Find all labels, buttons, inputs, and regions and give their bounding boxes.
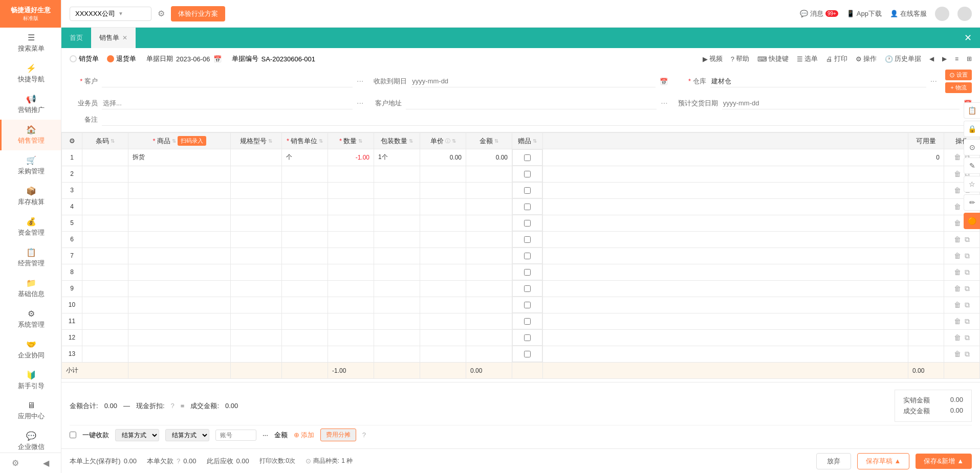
sidebar-item-quicknav[interactable]: ⚡ 快捷导航 bbox=[0, 58, 61, 89]
row-barcode[interactable] bbox=[82, 329, 128, 346]
row-remark[interactable] bbox=[543, 198, 908, 215]
sidebar-item-purchase[interactable]: 🛒 采购管理 bbox=[0, 150, 61, 181]
row-spec[interactable] bbox=[231, 346, 282, 363]
row-barcode[interactable] bbox=[82, 297, 128, 313]
row-unit[interactable] bbox=[282, 313, 328, 329]
sidebar-item-appcenter[interactable]: 🖥 应用中心 bbox=[0, 396, 61, 426]
row-unit[interactable] bbox=[282, 280, 328, 297]
row-quantity[interactable] bbox=[328, 329, 374, 346]
row-product[interactable] bbox=[128, 215, 231, 231]
row-amount[interactable] bbox=[466, 346, 512, 363]
row-barcode[interactable] bbox=[82, 264, 128, 280]
user-avatar2[interactable] bbox=[957, 7, 972, 21]
close-window-btn[interactable]: ✕ bbox=[964, 32, 972, 43]
row-spec[interactable] bbox=[231, 264, 282, 280]
expense-help-icon[interactable]: ? bbox=[362, 431, 366, 439]
row-unit[interactable] bbox=[282, 215, 328, 231]
calc-method-select[interactable]: 结算方式 bbox=[165, 429, 209, 441]
row-pkg-qty[interactable] bbox=[374, 297, 420, 313]
row-unit[interactable] bbox=[282, 297, 328, 313]
product-kind-help[interactable]: ⊙ bbox=[306, 457, 311, 465]
cash-discount-help[interactable]: ? bbox=[171, 402, 175, 410]
float-btn-3[interactable]: ⊙ bbox=[964, 139, 980, 155]
row-product[interactable]: 拆货 bbox=[128, 149, 231, 166]
delete-icon[interactable]: 🗑 bbox=[954, 268, 961, 276]
sidebar-item-marketing[interactable]: 📢 营销推广 bbox=[0, 89, 61, 120]
select-btn[interactable]: ☰ 选单 bbox=[797, 54, 818, 63]
sidebar-item-search[interactable]: ☰ 搜索菜单 bbox=[0, 28, 61, 58]
row-quantity[interactable] bbox=[328, 346, 374, 363]
delete-icon[interactable]: 🗑 bbox=[954, 317, 961, 325]
row-spec[interactable] bbox=[231, 247, 282, 264]
row-quantity[interactable] bbox=[328, 280, 374, 297]
row-remark[interactable] bbox=[543, 264, 908, 280]
row-quantity[interactable] bbox=[328, 247, 374, 264]
copy-icon[interactable]: ⧉ bbox=[965, 284, 970, 292]
sidebar-item-sales[interactable]: 🏠 销售管理 bbox=[0, 120, 61, 150]
row-unit[interactable] bbox=[282, 182, 328, 198]
settings-btn[interactable]: ⊙ ⊙ 设置设置 bbox=[945, 70, 972, 80]
row-spec[interactable] bbox=[231, 198, 282, 215]
row-product[interactable] bbox=[128, 297, 231, 313]
sidebar-item-guide[interactable]: 🔰 新手引导 bbox=[0, 365, 61, 396]
row-gift[interactable] bbox=[512, 297, 542, 313]
row-unit[interactable] bbox=[282, 198, 328, 215]
row-amount[interactable] bbox=[466, 166, 512, 182]
row-pkg-qty[interactable] bbox=[374, 313, 420, 329]
account-input[interactable] bbox=[215, 430, 256, 441]
row-spec[interactable] bbox=[231, 182, 282, 198]
row-unit[interactable] bbox=[282, 329, 328, 346]
row-barcode[interactable] bbox=[82, 247, 128, 264]
row-pkg-qty[interactable] bbox=[374, 231, 420, 247]
row-quantity[interactable]: -1.00 bbox=[328, 149, 374, 166]
row-product[interactable] bbox=[128, 346, 231, 363]
row-unit-price[interactable] bbox=[420, 215, 466, 231]
row-gift[interactable] bbox=[512, 264, 542, 280]
row-amount[interactable] bbox=[466, 264, 512, 280]
row-gift[interactable] bbox=[512, 247, 542, 264]
sidebar-item-enterprise[interactable]: 🤝 企业协同 bbox=[0, 334, 61, 365]
row-quantity[interactable] bbox=[328, 313, 374, 329]
row-gift[interactable] bbox=[512, 198, 542, 215]
row-gift[interactable] bbox=[512, 231, 542, 247]
row-spec[interactable] bbox=[231, 280, 282, 297]
app-download-btn[interactable]: 📱 App下载 bbox=[846, 9, 882, 18]
row-gift[interactable] bbox=[512, 280, 542, 297]
row-quantity[interactable] bbox=[328, 198, 374, 215]
grid-view-btn[interactable]: ⊞ bbox=[967, 55, 972, 62]
float-btn-4[interactable]: ✎ bbox=[964, 157, 980, 174]
row-unit-price[interactable] bbox=[420, 231, 466, 247]
row-gift[interactable] bbox=[512, 313, 542, 329]
print-btn[interactable]: 🖨 打印 bbox=[826, 54, 847, 63]
row-product[interactable] bbox=[128, 198, 231, 215]
add-btn[interactable]: ⊕ 添加 bbox=[294, 431, 314, 440]
sidebar-item-inventory[interactable]: 📦 库存核算 bbox=[0, 181, 61, 212]
row-remark[interactable] bbox=[543, 280, 908, 297]
row-unit-price[interactable] bbox=[420, 166, 466, 182]
copy-icon[interactable]: ⧉ bbox=[965, 350, 970, 358]
row-gift[interactable] bbox=[512, 346, 542, 362]
history-btn[interactable]: 🕐 历史单据 bbox=[885, 54, 921, 63]
row-unit-price[interactable] bbox=[420, 297, 466, 313]
row-unit-price[interactable] bbox=[420, 280, 466, 297]
sidebar-item-wechat[interactable]: 💬 企业微信 bbox=[0, 426, 61, 453]
copy-icon[interactable]: ⧉ bbox=[965, 301, 970, 309]
online-service-btn[interactable]: 👤 在线客服 bbox=[890, 9, 927, 18]
row-unit[interactable] bbox=[282, 231, 328, 247]
row-remark[interactable] bbox=[543, 166, 908, 182]
row-barcode[interactable] bbox=[82, 313, 128, 329]
row-remark[interactable] bbox=[543, 297, 908, 313]
row-pkg-qty[interactable] bbox=[374, 264, 420, 280]
settle-method-select[interactable]: 结算方式 bbox=[115, 429, 159, 441]
expense-split-btn[interactable]: 费用分摊 bbox=[320, 429, 356, 441]
list-view-btn[interactable]: ≡ bbox=[955, 55, 959, 62]
row-spec[interactable] bbox=[231, 297, 282, 313]
message-btn[interactable]: 💬 消息 99+ bbox=[800, 9, 838, 18]
row-amount[interactable] bbox=[466, 313, 512, 329]
row-unit-price[interactable] bbox=[420, 313, 466, 329]
row-amount[interactable] bbox=[466, 198, 512, 215]
delete-icon[interactable]: 🗑 bbox=[954, 219, 961, 227]
row-remark[interactable] bbox=[543, 329, 908, 346]
row-spec[interactable] bbox=[231, 231, 282, 247]
copy-icon[interactable]: ⧉ bbox=[965, 317, 970, 325]
